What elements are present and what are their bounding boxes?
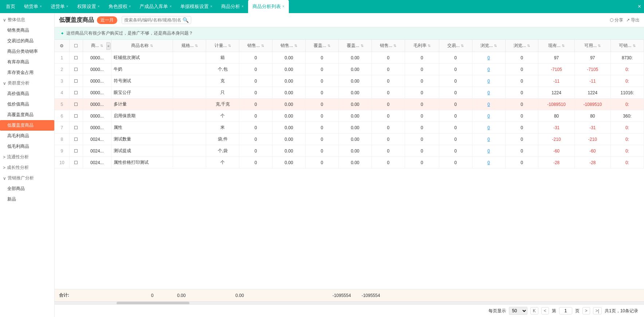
sidebar-group-marketing[interactable]: ∨ 营销推广分析 [0,173,54,183]
sidebar-item-traded-goods[interactable]: 交易过的商品 [0,36,54,46]
table-cell[interactable]: ☐ [69,122,83,134]
close-icon[interactable]: × [169,0,172,13]
col-sales-qty[interactable]: 销售... ⇅ [239,40,272,52]
last-page-button[interactable]: >| [593,307,602,314]
next-page-button[interactable]: > [582,307,590,314]
table-row: 10☐0024...属性价格打印测试个00.0000.0000000-28-28… [55,157,644,169]
filter-period-button[interactable]: 近一月 [97,16,117,24]
close-icon[interactable]: × [242,0,244,13]
table-cell[interactable]: ☐ [69,145,83,157]
table-cell[interactable]: ☐ [69,87,83,99]
col-current-stock[interactable]: 现有... ⇅ [538,40,574,52]
sidebar-item-stock-capital[interactable]: 库存资金占用 [0,67,54,78]
table-cell: 0 [405,157,439,169]
table-row: 5☐0000...多计量克,千克00.0000.0000000-1089510-… [55,99,644,110]
search-box: 🔍 [122,16,191,24]
sidebar-group-overall[interactable]: ∨ 整体信息 [0,15,54,25]
tab-purchase[interactable]: 进货单 × [46,0,73,13]
close-icon[interactable]: × [282,0,284,13]
col-gross-rate[interactable]: 毛利率 ⇅ [405,40,439,52]
col-sellable[interactable]: 可销... ⇅ [610,40,644,52]
col-name[interactable]: 商品名称 ⇅ [111,40,173,52]
col-cover2[interactable]: 覆盖... ⇅ [338,40,372,52]
page-number-input[interactable] [559,307,572,314]
close-all-tabs-button[interactable]: × [638,0,641,13]
sidebar-item-new-goods[interactable]: 新品 [0,194,54,205]
col-cover1[interactable]: 覆盖... ⇅ [306,40,339,52]
footer-label: 合计: [59,292,69,298]
sidebar-item-low-coverage[interactable]: 低覆盖度商品 [0,120,54,131]
tab-product-storage[interactable]: 产成品入库单 × [135,0,176,13]
search-input[interactable] [124,17,182,23]
sidebar-item-low-value[interactable]: 低价值商品 [0,99,54,110]
table-cell[interactable]: ☐ [69,157,83,169]
table-cell: 0 [372,75,405,87]
sidebar-group-quality[interactable]: ∨ 类群度分析 [0,78,54,88]
col-trade[interactable]: 交易... ⇅ [439,40,472,52]
table-cell: 0 [505,87,538,99]
table-cell: 0 [372,99,405,110]
table-cell[interactable]: ☐ [69,110,83,122]
sidebar-item-high-value[interactable]: 高价值商品 [0,88,54,99]
horizontal-scrollbar[interactable] [55,301,644,304]
table-cell[interactable]: ☐ [69,75,83,87]
close-icon[interactable]: × [66,0,68,13]
sidebar-item-high-profit[interactable]: 高毛利商品 [0,131,54,141]
col-browse2[interactable]: 浏览... ⇅ [505,40,538,52]
sidebar-item-sales-goods[interactable]: 销售类商品 [0,25,54,36]
prev-page-button[interactable]: < [541,307,549,314]
sidebar-item-low-profit[interactable]: 低毛利商品 [0,141,54,152]
sidebar-item-stocked-goods[interactable]: 有库存商品 [0,57,54,67]
tab-role[interactable]: 角色授权 × [104,0,136,13]
col-browse1[interactable]: 浏览... ⇅ [472,40,505,52]
tab-home[interactable]: 首页 [1,0,20,13]
tab-permission[interactable]: 权限设置 × [73,0,104,13]
table-cell: 0.00 [272,64,306,75]
table-cell: 0 [405,122,439,134]
tab-sales[interactable]: 销货单 × [20,0,46,13]
first-page-button[interactable]: K [530,307,538,314]
col-sales3[interactable]: 销售... ⇅ [372,40,405,52]
table-cell: 0 [505,122,538,134]
export-button[interactable]: ↗ 导出 [626,17,640,23]
table-cell: 0 [505,145,538,157]
tab-product-analysis-list[interactable]: 商品分析列表 × [248,0,289,13]
col-spec[interactable]: 规格... ⇅ [173,40,206,52]
table-cell: 0 [306,110,339,122]
sidebar-group-flow[interactable]: > 流通性分析 [0,152,54,162]
col-sales-amt[interactable]: 销售... ⇅ [272,40,306,52]
col-setting[interactable]: ⚙ [55,40,69,52]
table-cell: 0 [306,64,339,75]
table-cell: 0 [306,122,339,134]
col-unit[interactable]: 计量... ⇅ [206,40,239,52]
close-icon[interactable]: × [98,0,100,13]
close-icon[interactable]: × [129,0,131,13]
sidebar-collapse-button[interactable]: « [106,42,111,50]
close-icon[interactable]: × [40,0,42,13]
table-cell: 0 [505,64,538,75]
table-cell: 0 [239,52,272,64]
table-cell[interactable]: ☐ [69,99,83,110]
sidebar-item-high-coverage[interactable]: 高覆盖度商品 [0,110,54,120]
sidebar-item-category-rate[interactable]: 商品分类动销率 [0,46,54,57]
tab-product-analysis[interactable]: 商品分析 × [217,0,248,13]
col-available-stock[interactable]: 可用... ⇅ [574,40,610,52]
table-cell[interactable]: ☐ [69,52,83,64]
table-cell: 0000... [83,122,111,134]
sidebar-group-growth[interactable]: > 成长性分析 [0,162,54,173]
share-button[interactable]: ⬡ 分享 [610,17,623,23]
table-cell: 0 [472,157,505,169]
close-icon[interactable]: × [210,0,212,13]
tab-template[interactable]: 单据模板设置 × [176,0,217,13]
table-cell[interactable]: ☐ [69,64,83,75]
table-cell[interactable]: ☐ [69,134,83,145]
page-size-dropdown[interactable]: 50 100 200 [509,307,527,315]
col-checkbox[interactable]: ☐ [69,40,83,52]
table-cell: -60 [574,145,610,157]
search-icon[interactable]: 🔍 [182,17,189,23]
table-cell: 0.00 [272,122,306,134]
page-unit: 页 [575,308,580,314]
table-cell: 0 [239,64,272,75]
sidebar-item-all-goods[interactable]: 全部商品 [0,183,54,194]
table-cell: 0 [239,145,272,157]
